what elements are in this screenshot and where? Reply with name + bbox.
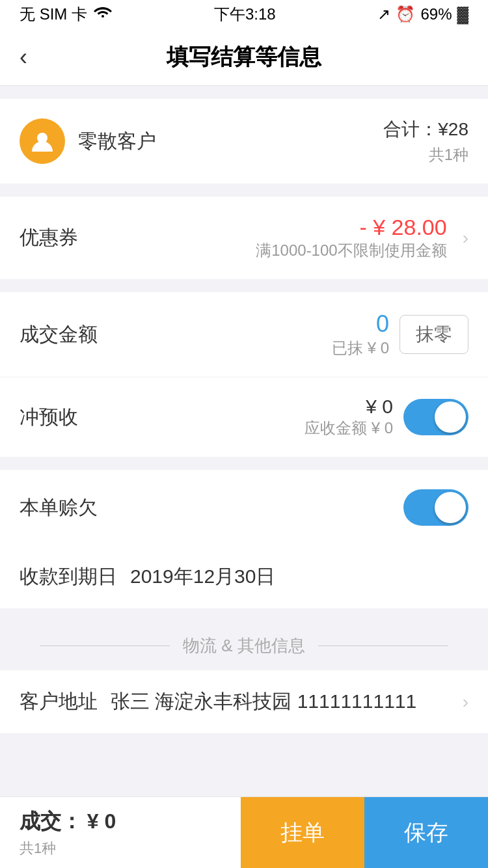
debit-toggle[interactable]: [403, 489, 468, 526]
address-value: 张三 海淀永丰科技园 11111111111: [111, 688, 444, 715]
prepay-label: 冲预收: [20, 404, 78, 431]
toggle-knob: [435, 401, 466, 433]
back-button[interactable]: ‹: [20, 44, 59, 71]
customer-name: 零散客户: [78, 128, 156, 155]
coupon-row[interactable]: 优惠券 - ¥ 28.00 满1000-100不限制使用金额 ›: [0, 197, 488, 279]
status-bar: 无 SIM 卡 下午3:18 ↗ ⏰ 69% ▓: [0, 0, 488, 29]
round-zero-button[interactable]: 抹零: [400, 315, 468, 354]
content: 零散客户 合计：¥28 共1种 优惠券 - ¥ 28.00 满1000-100不…: [0, 99, 488, 868]
due-date-row[interactable]: 收款到期日 2019年12月30日: [0, 545, 488, 608]
divider-2: [0, 279, 488, 292]
logistics-divider-inner: 物流 & 其他信息: [0, 634, 488, 657]
deal-amount-label: 成交金额: [20, 321, 98, 348]
coupon-discount: - ¥ 28.00: [359, 215, 446, 240]
coupon-right: - ¥ 28.00 满1000-100不限制使用金额 ›: [78, 215, 468, 261]
customer-right: 合计：¥28 共1种: [383, 117, 468, 165]
battery-percent: 69%: [420, 5, 452, 23]
save-button[interactable]: 保存: [364, 797, 488, 869]
logistics-text: 物流 & 其他信息: [183, 634, 305, 657]
bottom-deal-amount: ¥ 0: [87, 809, 116, 833]
location-icon: ↗: [377, 5, 390, 23]
status-right: ↗ ⏰ 69% ▓: [377, 5, 468, 23]
bottom-info: 成交： ¥ 0 共1种: [0, 807, 241, 858]
customer-section: 零散客户 合计：¥28 共1种: [0, 99, 488, 183]
prepay-sub: 应收金额 ¥ 0: [305, 418, 393, 439]
due-date-value: 2019年12月30日: [130, 563, 275, 590]
bottom-deal-label: 成交：: [20, 809, 82, 833]
bottom-bar: 成交： ¥ 0 共1种 挂单 保存: [0, 796, 488, 868]
deal-amount-multi: 0 已抹 ¥ 0: [332, 310, 389, 359]
logistics-line-right: [318, 645, 448, 646]
page-title: 填写结算等信息: [167, 42, 321, 72]
alarm-icon: ⏰: [396, 5, 415, 23]
deal-amount-right: 0 已抹 ¥ 0 抹零: [98, 310, 468, 359]
coupon-section: 优惠券 - ¥ 28.00 满1000-100不限制使用金额 ›: [0, 197, 488, 279]
divider-1: [0, 183, 488, 197]
customer-total: 合计：¥28: [383, 117, 468, 142]
deal-amount-value: 0: [376, 310, 389, 338]
due-date-label: 收款到期日: [20, 563, 117, 590]
bottom-count: 共1种: [20, 839, 221, 858]
debit-row: 本单赊欠: [0, 470, 488, 545]
address-label: 客户地址: [20, 688, 98, 715]
prepay-multi: ¥ 0 应收金额 ¥ 0: [305, 396, 393, 439]
deal-amount-sub: 已抹 ¥ 0: [332, 338, 389, 359]
battery-icon: ▓: [457, 5, 469, 23]
address-row[interactable]: 客户地址 张三 海淀永丰科技园 11111111111 ›: [0, 670, 488, 733]
prepay-toggle[interactable]: [403, 399, 468, 435]
logistics-divider: 物流 & 其他信息: [0, 621, 488, 670]
debit-section: 本单赊欠 收款到期日 2019年12月30日: [0, 470, 488, 608]
status-time: 下午3:18: [214, 4, 276, 25]
prepay-value: ¥ 0: [366, 396, 393, 418]
coupon-subtext: 满1000-100不限制使用金额: [256, 240, 446, 261]
coupon-chevron: ›: [463, 228, 468, 249]
hold-button[interactable]: 挂单: [241, 797, 364, 869]
nav-bar: ‹ 填写结算等信息: [0, 29, 488, 86]
coupon-label: 优惠券: [20, 224, 78, 251]
coupon-multi: - ¥ 28.00 满1000-100不限制使用金额: [256, 215, 446, 261]
divider-4: [0, 608, 488, 621]
customer-count: 共1种: [383, 144, 468, 165]
wifi-icon: [94, 6, 112, 23]
deal-amount-row: 成交金额 0 已抹 ¥ 0 抹零: [0, 292, 488, 377]
avatar: [20, 118, 65, 164]
deal-amount-section: 成交金额 0 已抹 ¥ 0 抹零 冲预收 ¥ 0 应收金额 ¥ 0: [0, 292, 488, 457]
sim-status: 无 SIM 卡: [20, 4, 87, 25]
prepay-row: 冲预收 ¥ 0 应收金额 ¥ 0: [0, 377, 488, 457]
debit-label: 本单赊欠: [20, 495, 98, 521]
divider-3: [0, 457, 488, 470]
bottom-deal: 成交： ¥ 0: [20, 807, 221, 836]
debit-toggle-knob: [435, 492, 466, 523]
status-left: 无 SIM 卡: [20, 4, 112, 25]
address-chevron: ›: [463, 692, 468, 712]
logistics-line-left: [40, 645, 170, 646]
prepay-right: ¥ 0 应收金额 ¥ 0: [78, 396, 468, 439]
customer-left: 零散客户: [20, 118, 156, 164]
